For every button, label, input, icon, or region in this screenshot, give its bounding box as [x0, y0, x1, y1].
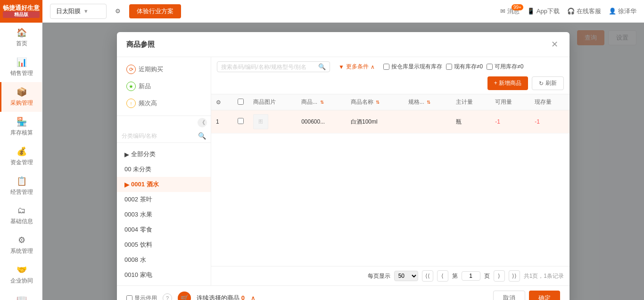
sidebar-item-finance[interactable]: 💰 资金管理: [0, 142, 42, 171]
th-spec[interactable]: 规格... ⇅: [404, 94, 451, 110]
add-product-button[interactable]: + 新增商品: [487, 76, 528, 90]
cancel-button[interactable]: 取消: [493, 291, 525, 300]
sales-icon: 📊: [17, 57, 27, 67]
logo-sub: 精品版: [3, 11, 40, 18]
filter-button[interactable]: ▼ 更多条件 ∧: [334, 61, 380, 73]
online-service-label: 在线客服: [577, 7, 601, 16]
sidebar-item-sales[interactable]: 📊 销售管理: [0, 52, 42, 82]
th-unit[interactable]: 主计量: [451, 94, 491, 110]
sidebar-item-home[interactable]: 🏠 首页: [0, 23, 42, 52]
sidebar-item-purchase[interactable]: 📦 采购管理: [0, 82, 42, 112]
layout: 🏠 首页 📊 销售管理 📦 采购管理 🏪 库存核算 💰 资金管理 📋 经营管理 …: [0, 23, 644, 300]
app-download-button[interactable]: 📱 App下载: [527, 7, 560, 16]
operation-icon: 📋: [17, 176, 27, 186]
cell-checkbox[interactable]: [233, 110, 248, 133]
help-icon[interactable]: ?: [163, 293, 172, 300]
next-page-button[interactable]: ⟩: [494, 270, 505, 282]
footer-buttons: 取消 确定: [493, 291, 560, 300]
sidebar-item-basics[interactable]: 🗂 基础信息: [0, 201, 42, 230]
row-checkbox[interactable]: [238, 118, 244, 124]
cell-spec: [404, 110, 451, 133]
checkbox-warehouse[interactable]: 按仓库显示现有库存: [383, 63, 442, 71]
quick-new[interactable]: ★ 新品: [121, 78, 207, 95]
th-code[interactable]: 商品... ⇅: [297, 94, 346, 110]
sidebar-item-guide[interactable]: 📖 新手引导: [0, 290, 42, 300]
logo-title: 畅捷通好生意: [3, 4, 40, 12]
table-header-row: ⚙ 商品图片 商品... ⇅: [211, 94, 570, 110]
th-name[interactable]: 商品名称 ⇅: [346, 94, 404, 110]
message-button[interactable]: ✉ 消息 99+: [500, 7, 520, 16]
category-search-icon[interactable]: 🔍: [198, 132, 206, 140]
collapse-button[interactable]: 《: [198, 118, 207, 127]
modal-close-button[interactable]: ✕: [549, 39, 560, 50]
prev-page-button[interactable]: ⟨: [437, 270, 448, 282]
sidebar-item-sales-label: 销售管理: [10, 69, 33, 77]
sidebar-item-basics-label: 基础信息: [10, 217, 33, 225]
trial-button[interactable]: 体验行业方案: [129, 4, 181, 18]
quick-filters: ⟳ 近期购买 ★ 新品 ↑ 频次高: [117, 57, 211, 116]
checkbox-stock-nonzero[interactable]: 现有库存≠0: [446, 63, 483, 71]
page-number-input[interactable]: [462, 271, 480, 281]
checkbox-warehouse-input[interactable]: [383, 64, 389, 70]
cat-all[interactable]: ▶ 全部分类: [117, 147, 211, 162]
gear-button[interactable]: ⚙: [110, 4, 125, 19]
modal-title: 商品参照: [126, 40, 155, 49]
checkbox-available-nonzero-input[interactable]: [487, 64, 493, 70]
sidebar-item-collab[interactable]: 🤝 企业协同: [0, 260, 42, 290]
cat-0010[interactable]: 0010 家电: [117, 267, 211, 283]
sidebar: 🏠 首页 📊 销售管理 📦 采购管理 🏪 库存核算 💰 资金管理 📋 经营管理 …: [0, 23, 42, 300]
cat-0001[interactable]: ▶ 0001 酒水: [117, 177, 211, 192]
sidebar-item-purchase-label: 采购管理: [10, 99, 33, 107]
product-search-input[interactable]: [221, 64, 318, 70]
cat-0010-label: 0010 家电: [124, 271, 152, 279]
cell-code: 000600...: [297, 110, 346, 133]
quick-recent[interactable]: ⟳ 近期购买: [121, 61, 207, 78]
select-all-checkbox[interactable]: [238, 99, 244, 105]
checkbox-available-nonzero[interactable]: 可用库存≠0: [487, 63, 523, 71]
cart-icon[interactable]: 🛒: [178, 292, 191, 300]
sidebar-item-collab-label: 企业协同: [10, 277, 33, 285]
cat-uncategorized[interactable]: 00 未分类: [117, 162, 211, 177]
pagination: 每页显示 10 20 50 100 ⟨⟨ ⟨ 第 页: [211, 266, 570, 285]
last-page-button[interactable]: ⟩⟩: [509, 270, 520, 282]
cat-0003[interactable]: 0003 水果: [117, 207, 211, 222]
cat-0005[interactable]: 0005 饮料: [117, 237, 211, 252]
sidebar-item-inventory[interactable]: 🏪 库存核算: [0, 112, 42, 142]
refresh-label: 刷新: [545, 79, 557, 87]
app-logo: 畅捷通好生意 精品版: [0, 0, 42, 23]
cat-0004[interactable]: 0004 零食: [117, 222, 211, 237]
show-disabled-checkbox[interactable]: [126, 295, 132, 300]
store-selector[interactable]: 日太阳膜 ▾: [50, 4, 107, 19]
category-search-input[interactable]: [122, 133, 198, 139]
mobile-icon: 📱: [527, 8, 535, 15]
online-service-button[interactable]: 🎧 在线客服: [567, 7, 601, 16]
confirm-button[interactable]: 确定: [529, 291, 560, 300]
quick-freq[interactable]: ↑ 频次高: [121, 95, 207, 112]
refresh-button[interactable]: ↻ 刷新: [532, 76, 564, 90]
show-disabled-toggle[interactable]: 显示停用: [126, 294, 157, 300]
cell-unit: 瓶: [451, 110, 491, 133]
cart-text: 连续选择的商品 0: [197, 294, 245, 300]
th-settings[interactable]: ⚙: [211, 94, 233, 110]
cart-collapse-button[interactable]: ∧: [250, 294, 256, 300]
per-page-select[interactable]: 10 20 50 100: [394, 271, 418, 281]
quick-freq-label: 频次高: [139, 99, 157, 108]
category-list: ▶ 全部分类 00 未分类 ▶ 0001 酒水 0002 茶: [117, 143, 211, 285]
checkbox-stock-nonzero-input[interactable]: [446, 64, 452, 70]
user-profile[interactable]: 👤 徐泽华: [609, 7, 636, 16]
quick-recent-label: 近期购买: [139, 65, 163, 74]
th-available: 可用量: [490, 94, 530, 110]
first-page-button[interactable]: ⟨⟨: [422, 270, 433, 282]
modal-overlay: 商品参照 ✕ ⟳ 近期购买 ★ 新品: [42, 23, 644, 300]
cell-name: 白酒100ml: [346, 110, 404, 133]
basics-icon: 🗂: [17, 206, 26, 216]
sidebar-item-operation[interactable]: 📋 经营管理: [0, 171, 42, 201]
table-row[interactable]: 1 图 000600... 白酒100ml: [211, 110, 570, 133]
modal-header: 商品参照 ✕: [117, 32, 570, 57]
cat-0008[interactable]: 0008 水: [117, 252, 211, 267]
search-icon[interactable]: 🔍: [318, 63, 326, 70]
page-label: 第: [452, 272, 458, 280]
purchase-icon: 📦: [17, 87, 27, 97]
cat-0002[interactable]: 0002 茶叶: [117, 192, 211, 207]
sidebar-item-system[interactable]: ⚙ 系统管理: [0, 230, 42, 260]
